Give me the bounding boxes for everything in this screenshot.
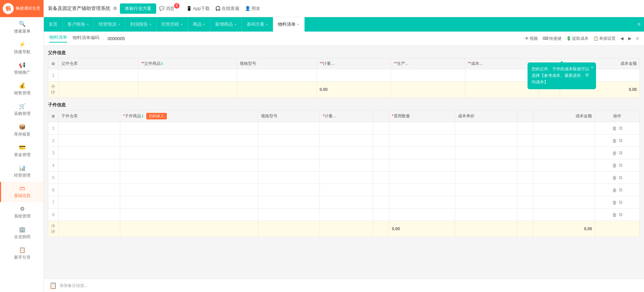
tab-operations[interactable]: 经营情况 × [94,17,125,32]
nav-next[interactable]: ▶ [628,36,631,41]
child-qty-cell[interactable] [389,184,455,196]
child-product-cell[interactable] [120,172,258,184]
tab-profit-close[interactable]: × [149,22,151,26]
sidebar-item-system[interactable]: ⚙ 系统管理 [0,202,44,223]
child-unit-cell[interactable] [320,122,373,135]
child-unit-price-cell[interactable] [455,184,517,196]
shortcut-action[interactable]: ⌨ 快捷键 [543,36,561,42]
copy-icon[interactable]: ⧉ [619,125,622,131]
tab-barcode-close[interactable]: × [266,22,268,26]
delete-icon[interactable]: 🗑 [612,163,617,168]
child-product-cell[interactable] [120,135,258,147]
child-warehouse-cell[interactable] [59,209,120,221]
child-warehouse-cell[interactable] [59,147,120,159]
child-spec-cell[interactable] [258,135,320,147]
sidebar-item-finance[interactable]: 💳 资金管理 [0,141,44,161]
tab-profit[interactable]: 利润报告 × [125,17,157,32]
child-unit-cell[interactable] [320,172,373,184]
close-all-tabs[interactable]: ≡ [634,17,644,32]
tab-barcode[interactable]: 条码方案 × [242,17,273,32]
tab-history-close[interactable]: × [181,22,183,26]
child-unit-price-cell[interactable] [455,172,517,184]
delete-icon[interactable]: 🗑 [612,212,617,218]
child-warehouse-cell[interactable] [59,159,120,172]
child-unit-cell[interactable] [320,209,373,221]
copy-icon[interactable]: ⧉ [619,162,622,168]
sub-tab-bom-list[interactable]: 物料清单 [49,34,67,43]
child-spec-cell[interactable] [258,122,320,135]
sidebar-item-enterprise[interactable]: 🏢 企业协同 [0,223,44,243]
child-product-cell[interactable] [120,184,258,196]
child-qty-cell[interactable] [389,147,455,159]
expand-icon[interactable]: ≡ [636,36,639,41]
delete-icon[interactable]: 🗑 [612,150,617,156]
sub-tab-bom-code[interactable]: 物料清单编码 [73,35,99,42]
tab-new-products-close[interactable]: × [234,22,236,26]
child-unit-price-cell[interactable] [455,159,517,172]
tab-customers[interactable]: 客户联络 × [63,17,94,32]
child-unit-price-cell[interactable] [455,122,517,135]
copy-icon[interactable]: ⧉ [619,187,622,193]
sidebar-item-purchase[interactable]: 🛒 采购管理 [0,100,44,120]
child-product-cell[interactable] [120,147,258,159]
sidebar-item-guide[interactable]: 📋 新手引导 [0,243,44,264]
delete-icon[interactable]: 🗑 [612,200,617,205]
child-qty-cell[interactable] [389,122,455,135]
parent-produce-cell[interactable] [391,69,465,82]
child-unit-cell[interactable] [320,159,373,172]
copy-icon[interactable]: ⧉ [619,212,622,218]
child-unit-price-cell[interactable] [455,147,517,159]
sidebar-item-quick-nav[interactable]: ⚡ 快捷导航 [0,38,44,58]
child-product-cell[interactable] [120,159,258,172]
sidebar-item-operations[interactable]: 📊 经营管理 [0,161,44,182]
child-th-settings[interactable]: ⚙ [48,110,59,122]
child-unit-price-cell[interactable] [455,135,517,147]
delete-icon[interactable]: 🗑 [612,138,617,143]
delete-icon[interactable]: 🗑 [612,175,617,180]
child-spec-cell[interactable] [258,209,320,221]
tab-home[interactable]: 首页 [44,17,63,32]
settings-icon[interactable]: ⚙ [113,6,117,11]
tab-history[interactable]: 经营历程 × [157,17,188,32]
parent-unit-cell[interactable] [317,69,391,82]
online-service-btn[interactable]: 🎧 在线客服 [215,5,239,12]
child-unit-cell[interactable] [320,147,373,159]
child-qty-cell[interactable] [389,172,455,184]
child-warehouse-cell[interactable] [59,135,120,147]
parent-product-cell[interactable] [138,69,237,82]
single-settings-action[interactable]: 📋 单据设置 [593,36,616,42]
child-product-cell[interactable] [120,209,258,221]
tab-operations-close[interactable]: × [118,22,120,26]
child-unit-cell[interactable] [320,184,373,196]
sidebar-item-basic-info[interactable]: 🗃 基础信息 [0,182,44,202]
child-qty-cell[interactable] [389,159,455,172]
copy-icon[interactable]: ⧉ [619,150,622,156]
child-warehouse-cell[interactable] [59,196,120,209]
scan-btn[interactable]: 扫码录入 [146,113,167,119]
user-avatar[interactable]: 👤 用友 [245,5,260,12]
child-spec-cell[interactable] [258,159,320,172]
tab-products[interactable]: 商品 × [188,17,210,32]
nav-prev[interactable]: ◀ [620,36,623,41]
cost-action[interactable]: 💲 提取成本 [566,36,589,42]
tab-new-products[interactable]: 新增商品 × [210,17,242,32]
child-unit-price-cell[interactable] [455,209,517,221]
sidebar-item-marketing[interactable]: 📢 营销推广 [0,58,44,79]
sidebar-item-sales[interactable]: 💰 销售管理 [0,79,44,100]
copy-icon[interactable]: ⧉ [619,175,622,180]
child-warehouse-cell[interactable] [59,122,120,135]
copy-icon[interactable]: ⧉ [619,138,622,143]
child-unit-cell[interactable] [320,135,373,147]
child-spec-cell[interactable] [258,147,320,159]
child-product-cell[interactable] [120,122,258,135]
message-btn[interactable]: 💬 消息 6 [159,5,181,12]
child-warehouse-cell[interactable] [59,172,120,184]
app-download-btn[interactable]: 📱 App下载 [186,5,210,12]
child-unit-price-cell[interactable] [455,196,517,209]
child-qty-cell[interactable] [389,135,455,147]
child-unit-cell[interactable] [320,196,373,209]
child-spec-cell[interactable] [258,184,320,196]
parent-spec-cell[interactable] [237,69,317,82]
tab-bom-close[interactable]: × [297,22,299,26]
delete-icon[interactable]: 🗑 [612,126,617,131]
